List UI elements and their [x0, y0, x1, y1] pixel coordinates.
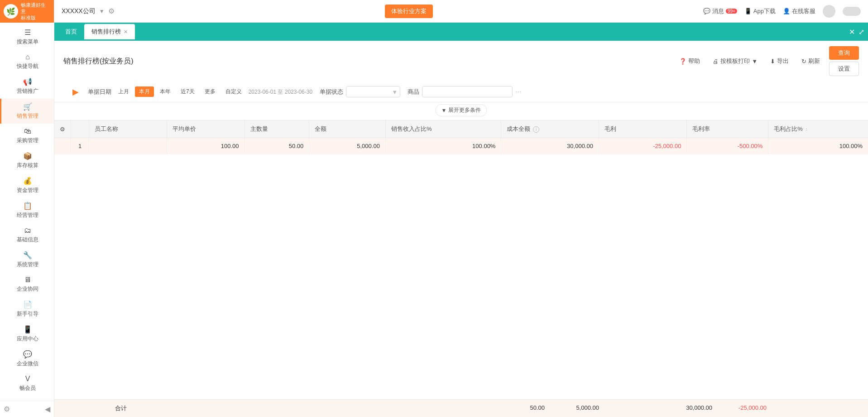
footer-empty1	[60, 404, 91, 412]
row-sales-pct: 100.00%	[385, 138, 501, 154]
date-tab-custom[interactable]: 自定义	[221, 86, 246, 97]
date-tab-last-month[interactable]: 上月	[114, 86, 133, 97]
user-avatar[interactable]	[823, 5, 835, 18]
sidebar-settings-icon[interactable]: ⚙	[4, 405, 10, 413]
col-main-qty-header: 主数量	[245, 120, 309, 138]
purchase-mgmt-icon: 🛍	[24, 127, 31, 135]
user-name[interactable]	[843, 7, 861, 16]
message-label: 消息	[712, 7, 724, 15]
table-body: 1 100.00 50.00 5,000.00 100.00% 30,000.0…	[54, 138, 868, 154]
expand-chevron-icon: ▼	[441, 107, 447, 114]
footer-empty2	[91, 404, 110, 412]
tab-bar: 首页 销售排行榜 ✕ ✕ ⤢	[54, 23, 868, 41]
quick-nav-icon: ⌂	[25, 53, 30, 61]
tab-home[interactable]: 首页	[58, 24, 84, 39]
tab-home-label: 首页	[65, 28, 77, 36]
industry-button[interactable]: 体验行业方案	[385, 5, 433, 18]
tab-close-icon[interactable]: ✕	[124, 29, 128, 35]
help-button[interactable]: ❓ 帮助	[676, 55, 704, 67]
message-icon: 💬	[703, 8, 710, 14]
app-center-label: 应用中心	[17, 335, 38, 343]
print-dropdown-icon: ▼	[752, 58, 758, 65]
row-gross-rate: -500.00%	[687, 138, 768, 154]
goods-input[interactable]	[422, 86, 513, 97]
cost-amount-info-icon[interactable]: i	[533, 126, 539, 133]
goods-more-icon[interactable]: ···	[515, 88, 521, 96]
gross-pct-sort-icon[interactable]: ↕	[805, 127, 807, 132]
sidebar-item-enterprise-collab[interactable]: 🖥 企业协同	[0, 272, 54, 297]
footer-cost-amount: 30,000.00	[659, 404, 718, 412]
col-idx-header	[71, 120, 89, 138]
export-button[interactable]: ⬇ 导出	[767, 55, 792, 67]
online-service-icon: 👤	[783, 8, 790, 14]
search-orders-icon: ☰	[24, 28, 31, 37]
footer-cells: 合计 50.00 5,000.00 30,000.00 -25,000.00	[60, 404, 863, 412]
footer-amount: 5,000.00	[550, 404, 604, 412]
goods-filter: 商品 ···	[408, 86, 521, 97]
company-settings-icon[interactable]: ⚙	[108, 7, 115, 15]
sidebar-item-app-center[interactable]: 📱 应用中心	[0, 321, 54, 346]
member-label: 畅会员	[19, 384, 36, 392]
footer-label: 合计	[110, 404, 460, 412]
status-filter-label: 单据状态	[320, 88, 343, 96]
sidebar-item-system-mgmt[interactable]: 🔧 系统管理	[0, 247, 54, 272]
col-gross-rate-header: 毛利率	[687, 120, 768, 138]
status-filter: 单据状态 ▼	[320, 86, 400, 97]
marketing-label: 营销推广	[17, 87, 38, 95]
tab-sales-rank-label: 销售排行榜	[91, 28, 121, 36]
date-filter: 单据日期 上月 本月 本年 近7天 更多 自定义 2023-06-01 至 20…	[88, 86, 312, 97]
col-settings-header[interactable]: ⚙	[54, 120, 71, 138]
sidebar-item-basic-info[interactable]: 🗂 基础信息	[0, 223, 54, 247]
row-cost-amount: 30,000.00	[501, 138, 599, 154]
online-service-item[interactable]: 👤 在线客服	[783, 7, 815, 15]
operations-label: 经营管理	[17, 211, 38, 219]
enterprise-wechat-icon: 💬	[23, 350, 32, 359]
sidebar-item-search-orders[interactable]: ☰ 搜索菜单	[0, 24, 54, 49]
sidebar-item-enterprise-wechat[interactable]: 💬 企业微信	[0, 346, 54, 371]
footer-gross-rate	[772, 404, 817, 412]
date-tab-this-year[interactable]: 本年	[156, 86, 175, 97]
purchase-mgmt-label: 采购管理	[17, 137, 38, 144]
settings-button[interactable]: 设置	[829, 62, 859, 76]
sidebar-collapse-icon[interactable]: ◀	[45, 405, 50, 413]
sidebar-item-purchase-mgmt[interactable]: 🛍 采购管理	[0, 124, 54, 148]
export-icon: ⬇	[770, 58, 775, 65]
system-mgmt-icon: 🔧	[23, 251, 32, 259]
refresh-icon: ↻	[801, 58, 806, 65]
status-select[interactable]	[346, 86, 400, 97]
template-print-button[interactable]: 🖨 按模板打印 ▼	[709, 55, 761, 67]
company-selector[interactable]: XXXXX公司 ▼ ⚙	[62, 7, 115, 15]
row-gross-pct: 100.00%	[768, 138, 868, 154]
header-center: 体验行业方案	[385, 5, 433, 18]
sidebar-item-marketing[interactable]: 📢 营销推广	[0, 74, 54, 99]
date-tab-last-7days[interactable]: 近7天	[177, 86, 199, 97]
refresh-button[interactable]: ↻ 刷新	[798, 55, 824, 67]
query-button[interactable]: 查询	[829, 46, 859, 60]
page-actions: ❓ 帮助 🖨 按模板打印 ▼ ⬇ 导出 ↻ 刷新	[676, 46, 859, 76]
date-tab-more[interactable]: 更多	[201, 86, 220, 97]
data-table: ⚙ 员工名称 平均单价 主数量 全额 销售收入占比% 成本全额 i 毛利 毛利率	[54, 120, 868, 154]
row-avg-price: 100.00	[167, 138, 245, 154]
sidebar-item-inventory[interactable]: 📦 库存核算	[0, 148, 54, 173]
expand-conditions-button[interactable]: ▼ 展开更多条件	[436, 104, 487, 116]
sales-mgmt-icon: 🛒	[23, 102, 32, 111]
quick-nav-label: 快捷导航	[17, 62, 38, 70]
sidebar-item-beginner-guide[interactable]: 📄 新手引导	[0, 297, 54, 321]
sidebar-item-finance[interactable]: 💰 资金管理	[0, 173, 54, 198]
sidebar-item-sales-mgmt[interactable]: 🛒 销售管理	[0, 99, 54, 124]
enterprise-collab-label: 企业协同	[17, 285, 38, 293]
date-tab-current-month[interactable]: 本月	[135, 86, 154, 97]
sidebar-item-member[interactable]: V 畅会员	[0, 371, 54, 396]
inventory-icon: 📦	[23, 152, 32, 160]
sidebar-item-quick-nav[interactable]: ⌂ 快捷导航	[0, 49, 54, 74]
tab-close-all-icon[interactable]: ✕	[849, 28, 855, 36]
tab-restore-icon[interactable]: ⤢	[858, 28, 864, 36]
finance-label: 资金管理	[17, 187, 38, 194]
filter-expand-icon[interactable]: ▶	[72, 87, 79, 97]
sidebar-item-operations[interactable]: 📋 经营管理	[0, 198, 54, 223]
app-download-item[interactable]: 📱 App下载	[744, 7, 776, 15]
basic-info-label: 基础信息	[17, 236, 38, 244]
message-item[interactable]: 💬 消息 99+	[703, 7, 737, 15]
tab-sales-rank[interactable]: 销售排行榜 ✕	[84, 24, 135, 39]
print-icon: 🖨	[713, 58, 719, 65]
